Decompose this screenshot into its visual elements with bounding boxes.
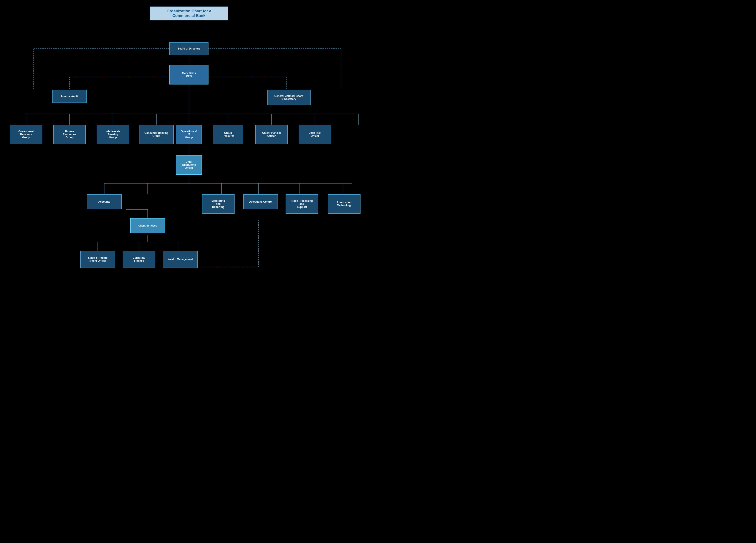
consumer-banking-node: Consumer Banking Group [139, 125, 174, 144]
client-services-node: Client Services [130, 218, 165, 233]
chief-risk-node: Chief Risk Officer [299, 125, 331, 144]
gov-relations-node: Government Relations Group [10, 125, 42, 144]
group-treasurer-node: Group Treasurer [213, 125, 243, 144]
chart-title-box: Organization Chart for a Commercial Bank [150, 7, 228, 20]
information-tech-node: Information Technology [328, 194, 361, 214]
chart-title: Organization Chart for a Commercial Bank [157, 9, 221, 18]
general-counsel-node: General Counsel Board & Secretary [267, 90, 311, 105]
chart-area: Board of Directors Mark Davis CEO Intern… [4, 31, 374, 288]
accounts-node: Accounts [87, 194, 122, 209]
internal-audit-node: Internal Audit [52, 90, 87, 103]
wealth-management-node: Wealth Management [163, 251, 198, 268]
ceo-node: Mark Davis CEO [169, 65, 208, 84]
operations-control-node: Operations Control [243, 194, 278, 209]
operations-it-node: Operations & IT Group [176, 125, 202, 144]
page: Organization Chart for a Commercial Bank [0, 0, 378, 292]
trade-processing-node: Trade Processing and Support [286, 194, 318, 214]
monitoring-node: Monitoring and Reporting [202, 194, 235, 214]
chief-financial-node: Chief Financial Officer [255, 125, 288, 144]
chief-operations-node: Chief Operations Officer [176, 155, 202, 175]
board-of-directors: Board of Directors [169, 42, 208, 55]
wholesale-banking-node: Wholeseale Banking Group [97, 125, 129, 144]
human-resources-node: Human Resources Group [53, 125, 86, 144]
sales-trading-node: Sales & Trading (Front Office) [80, 251, 115, 268]
corporate-finance-node: Corporate Finance [123, 251, 155, 268]
